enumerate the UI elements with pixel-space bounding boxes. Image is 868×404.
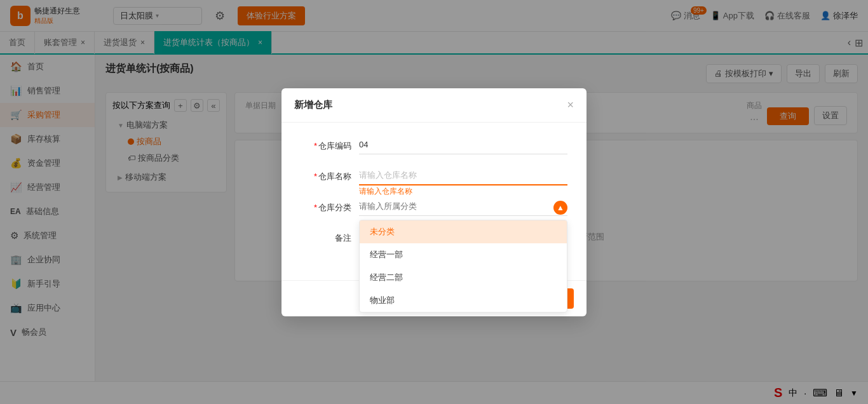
note-label: 备注	[301, 227, 351, 244]
category-label: *仓库分类	[301, 197, 351, 213]
modal-close-button[interactable]: ×	[567, 98, 574, 112]
name-field-row: *仓库名称 请输入仓库名称	[301, 166, 567, 185]
category-dropdown-arrow[interactable]: ▲	[553, 201, 567, 215]
add-warehouse-modal: 新增仓库 × *仓库编码 *仓库名称 请输入仓库名称	[281, 88, 587, 316]
name-error-message: 请输入仓库名称	[359, 186, 412, 197]
modal-body: *仓库编码 *仓库名称 请输入仓库名称 *仓库分类	[281, 123, 587, 280]
category-input[interactable]	[359, 197, 567, 216]
modal-header: 新增仓库 ×	[281, 88, 587, 123]
name-label: *仓库名称	[301, 166, 351, 182]
dropdown-item-property[interactable]: 物业部	[360, 289, 567, 312]
category-select-wrapper: ▲ 未分类 经营一部 经营二部 物业部	[359, 197, 567, 216]
category-dropdown-list: 未分类 经营一部 经营二部 物业部	[359, 220, 567, 313]
modal-overlay: 新增仓库 × *仓库编码 *仓库名称 请输入仓库名称	[0, 0, 868, 404]
modal-title: 新增仓库	[294, 99, 332, 111]
code-field-row: *仓库编码	[301, 135, 567, 154]
code-input[interactable]	[359, 135, 567, 154]
dropdown-item-ops1[interactable]: 经营一部	[360, 243, 567, 266]
code-label: *仓库编码	[301, 135, 351, 152]
dropdown-item-unclassified[interactable]: 未分类	[360, 220, 567, 243]
required-mark: *	[314, 141, 317, 151]
name-input[interactable]	[359, 166, 567, 185]
category-field-row: *仓库分类 ▲ 未分类 经营一部 经营二部 物业部	[301, 197, 567, 216]
dropdown-item-ops2[interactable]: 经营二部	[360, 266, 567, 289]
